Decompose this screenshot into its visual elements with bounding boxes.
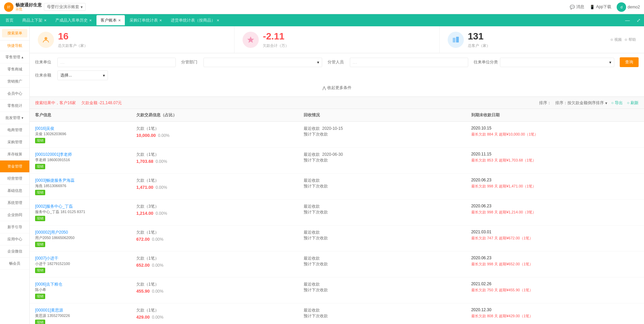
customer-phone: 用户2050 18665062050 (35, 235, 136, 240)
sidebar-item-inventory[interactable]: 库存核算 (0, 148, 29, 160)
customer-name-link[interactable]: [0002]服务中心_丁磊 (35, 204, 73, 209)
user-menu[interactable]: d demo2 (617, 2, 640, 12)
last-payment: 最近收款 2020-06-30 (304, 152, 471, 157)
sidebar-item-purchase-mgmt[interactable]: 采购管理 (0, 136, 29, 148)
col-header-due: 到期未收款日期 (471, 112, 639, 118)
sidebar-item-enterprise[interactable]: 企业协同 (0, 209, 29, 221)
app-download-button[interactable]: 📱 App下载 (590, 4, 611, 10)
overdue-link[interactable]: 超期¥1,471.00（1笔） (499, 184, 536, 188)
sidebar-item-retail-mall[interactable]: 零售商城 (0, 63, 29, 76)
debt-info-cell: 欠款（1笔） 652.00 0.00% (136, 256, 304, 268)
table-row: [000002]用户2050 用户2050 18665062050 现销 欠款（… (30, 226, 644, 252)
filter-person-input[interactable]: ... (350, 58, 468, 67)
collapse-button[interactable]: ⋀ 收起更多条件 (35, 84, 639, 92)
debt-amount: 1,703.68 (136, 159, 153, 164)
sidebar-item-finance[interactable]: 资金管理 (0, 160, 29, 173)
tab-products-on-off[interactable]: 商品上下架 ✕ (18, 15, 51, 25)
overdue-link[interactable]: 超期¥1,214.00（3笔） (499, 210, 536, 214)
filter-row-2: 往来余额 选择... ▾ (35, 70, 639, 80)
tab-close-icon[interactable]: ✕ (118, 19, 121, 22)
sidebar-item-quick-nav[interactable]: 快捷导航 (0, 40, 29, 51)
debt-info-cell: 欠款（1笔） 455.90 0.00% (136, 282, 304, 294)
sidebar-item-member[interactable]: 畅会员 (0, 258, 29, 270)
filter-balance-select[interactable]: 选择... ▾ (57, 70, 108, 80)
debt-amount: 1,214.00 (136, 211, 153, 216)
customer-tag: 现销 (35, 138, 45, 143)
tab-close-icon[interactable]: ✕ (44, 19, 47, 22)
overdue-link[interactable]: 超期¥672.00（1笔） (499, 236, 533, 240)
customer-name-link[interactable]: [000002]用户2050 (35, 230, 68, 235)
sidebar-item-retail-mgmt[interactable]: 零售管理 ▲ (0, 51, 29, 63)
overdue-days: 最长欠款 747 天 超期¥672.00（1笔） (471, 236, 639, 241)
sidebar-item-wechat[interactable]: 企业微信 (0, 245, 29, 258)
due-date: 2020.12.30 (471, 307, 639, 312)
due-date-cell: 2020.06.23 最长欠款 998 天 超期¥652.00（1笔） (471, 256, 639, 267)
debt-count: 欠款（1笔） (136, 307, 304, 313)
overdue-link[interactable]: 超期¥10,000.00（1笔） (499, 132, 538, 136)
tab-customer-ledger[interactable]: 客户账本 ✕ (96, 15, 125, 25)
sidebar-item-basic-info[interactable]: 基础信息 (0, 185, 29, 197)
overdue-link[interactable]: 超期¥429.00（1笔） (499, 314, 533, 318)
customer-name-link[interactable]: [0006]去下粮仓 (35, 282, 62, 287)
overdue-link[interactable]: 超期¥1,703.68（1笔） (499, 158, 536, 162)
sidebar-item-apps[interactable]: 应用中心 (0, 233, 29, 245)
refresh-button[interactable]: ○ 刷新 (627, 100, 639, 106)
tab-purchase-by-product[interactable]: 进货单统计表（按商品） ✕ (167, 15, 223, 25)
due-date: 2020.11.15 (471, 152, 639, 156)
tab-purchase-summary[interactable]: 采购订单统计表 ✕ (125, 15, 166, 25)
filter-category-select[interactable]: ▾ (500, 58, 614, 67)
customer-name-link[interactable]: [0003]畅捷服务尹海蕊 (35, 178, 75, 183)
overdue-link[interactable]: 超期¥652.00（1笔） (499, 262, 533, 266)
sidebar-item-system[interactable]: 系统管理 (0, 197, 29, 209)
query-button[interactable]: 查询 (620, 57, 639, 67)
tab-close-icon[interactable]: ✕ (89, 19, 92, 22)
customer-name-link[interactable]: [0016]吴俊 (35, 126, 54, 131)
tab-close-icon[interactable]: ✕ (159, 19, 162, 22)
payment-info-cell: 最近收款 预计下次收款 (304, 178, 471, 189)
stat-info-total: 131 总客户（家） (468, 31, 490, 48)
sidebar-item-ecommerce[interactable]: 电商管理 (0, 124, 29, 136)
stat-value-debt-customers: 16 (58, 31, 88, 42)
tab-close-icon[interactable]: ✕ (217, 19, 219, 22)
tab-production-history[interactable]: 产成品入库单历史 ✕ (51, 15, 96, 25)
stat-total-customers: 131 总客户（家） ⊙ 视频 ⊙ 帮助 (440, 26, 644, 53)
filter-partner-dots: ... (60, 60, 65, 65)
sidebar-item-retail-stats[interactable]: 零售统计 (0, 100, 29, 112)
customer-name-link[interactable]: [0007]小进干 (35, 256, 58, 261)
phone-icon: 📱 (590, 5, 595, 9)
sidebar-item-beginner[interactable]: 新手引导 (0, 221, 29, 233)
chevron-icon: ▼ (21, 116, 24, 120)
debt-amount: 1,471.00 (136, 185, 153, 190)
sidebar-item-operations[interactable]: 经营管理 (0, 173, 29, 185)
tab-minimize-button[interactable]: — (623, 17, 632, 24)
sidebar: 搜索菜单 快捷导航 零售管理 ▲ 零售商城 营销推广 会员中心 零售统计 批发管… (0, 26, 30, 324)
overdue-link[interactable]: 超期¥455.90（1笔） (499, 288, 533, 292)
sort-selector[interactable]: 排序：按欠款金额倒序排序 ▾ (555, 100, 607, 106)
help-button[interactable]: ⊙ 帮助 (624, 37, 636, 42)
next-payment: 预计下次收款 (304, 131, 471, 137)
debt-amount: 455.90 (136, 289, 150, 294)
filter-dept-select[interactable]: ▾ (203, 58, 322, 67)
filter-partner-input[interactable]: ... (57, 58, 176, 67)
industry-selector[interactable]: 母婴行业演示账套 ▾ (44, 3, 86, 11)
debt-info-cell: 欠款（1笔） 1,703.68 0.00% (136, 152, 304, 164)
next-payment: 预计下次收款 (304, 235, 471, 241)
tab-maximize-button[interactable]: ⤢ (635, 17, 643, 24)
view-video-button[interactable]: ⊙ 视频 (610, 37, 622, 42)
search-menu-button[interactable]: 搜索菜单 (2, 29, 27, 37)
sidebar-item-member-center[interactable]: 会员中心 (0, 88, 29, 100)
table-row: [0002]服务中心_丁磊 服务中心_丁磊 181 0125 8371 现销 欠… (30, 200, 644, 226)
sidebar-item-marketing[interactable]: 营销推广 (0, 76, 29, 88)
filter-category-label: 往来单位分类 (474, 59, 498, 65)
filter-partner-wrapper: 往来单位 ... (35, 58, 176, 67)
message-button[interactable]: 💬 消息 (570, 4, 584, 10)
due-date: 2020.06.23 (471, 204, 639, 208)
customer-name-link[interactable]: [000001]黄思源 (35, 308, 63, 313)
tab-home[interactable]: 首页 (1, 15, 18, 25)
customer-tag: 现销 (35, 190, 45, 195)
sidebar-item-wholesale-mgmt[interactable]: 批发管理 ▼ (0, 112, 29, 124)
customer-name-link[interactable]: [0001020001]李老师 (35, 152, 72, 157)
customer-info-cell: [0003]畅捷服务尹海蕊 海燕 18513066976 现销 (35, 178, 136, 195)
export-button[interactable]: ○ 导出 (611, 100, 623, 106)
stat-info-debt: -2.11 欠款合计（万） (263, 31, 289, 48)
